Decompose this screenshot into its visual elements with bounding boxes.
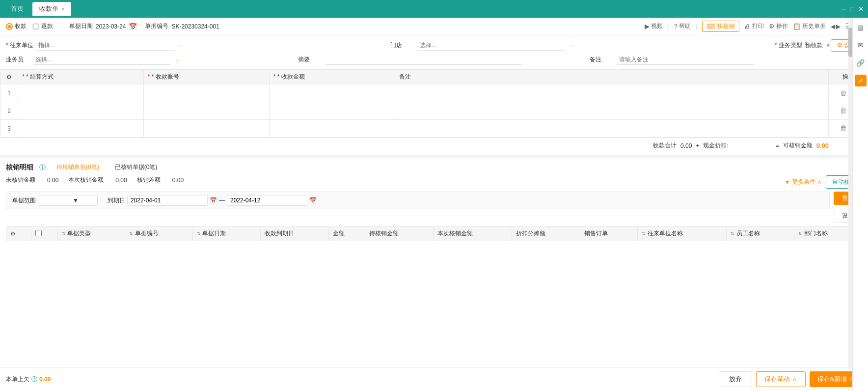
minimize-button[interactable]: ─ bbox=[841, 5, 846, 13]
calc-plus: + bbox=[696, 142, 699, 149]
calc-discount-label: 现金折扣: bbox=[703, 141, 728, 150]
history-action[interactable]: 📋 历史单据 bbox=[793, 22, 826, 30]
save-draft-button[interactable]: 保存草稿 ∧ bbox=[756, 371, 806, 387]
table-row: 1 🗑 ⧉ bbox=[0, 84, 868, 102]
discard-button[interactable]: 放弃 bbox=[719, 371, 752, 387]
tab-bar: 首页 收款单 × ─ □ ✕ bbox=[0, 0, 868, 18]
maximize-button[interactable]: □ bbox=[850, 5, 854, 13]
store-input[interactable] bbox=[418, 40, 565, 51]
bottom-total: 本单上欠 ⓘ 0.00 bbox=[6, 375, 51, 384]
biz-type-dropdown[interactable]: ▼ bbox=[826, 43, 831, 48]
table-gear-col[interactable]: ⚙ bbox=[0, 70, 18, 84]
salesperson-input[interactable] bbox=[33, 55, 171, 65]
help-label: 帮助 bbox=[679, 22, 691, 30]
main-content: 收款 退款 单据日期 2023-03-24 📅 单据编号 SK-20230324… bbox=[0, 18, 868, 391]
due-date-start[interactable] bbox=[127, 195, 208, 206]
remark-2[interactable] bbox=[395, 102, 829, 120]
sidebar-link-icon[interactable]: 🔗 bbox=[855, 57, 867, 69]
calc-total-label: 收款合计 bbox=[653, 141, 677, 150]
sidebar-expand-icon[interactable]: ⤢ bbox=[855, 75, 867, 86]
operation-action[interactable]: ⚙ 操作 bbox=[769, 22, 788, 30]
account-3[interactable] bbox=[143, 120, 269, 138]
verify-title: 核销明细 bbox=[6, 163, 33, 172]
due-date-end[interactable] bbox=[227, 195, 307, 206]
settlement-2[interactable] bbox=[18, 102, 144, 120]
col-discount: 折扣分摊额 bbox=[512, 226, 580, 241]
account-2[interactable] bbox=[143, 102, 269, 120]
abstract-input[interactable] bbox=[326, 55, 522, 65]
col-counterpart: ⇅ 往来单位名称 bbox=[638, 226, 727, 241]
range-select[interactable]: ▼ bbox=[39, 195, 98, 206]
remark-3[interactable] bbox=[395, 120, 829, 138]
settlement-3[interactable] bbox=[18, 120, 144, 138]
verify-tab-pending-label: 待核销单据(0笔) bbox=[56, 163, 99, 171]
print-icon: 🖨 bbox=[744, 23, 751, 30]
settlement-1[interactable] bbox=[18, 84, 144, 102]
next-arrow[interactable]: ▶ bbox=[836, 23, 841, 30]
tab-receipt[interactable]: 收款单 × bbox=[32, 2, 71, 16]
calc-discount-input[interactable] bbox=[732, 141, 772, 150]
bottom-table: ⚙ ⇅ 单据类型 ⇅ 单据编号 ⇅ 单据日期 收款到期日 金额 待核销金额 本次… bbox=[6, 226, 862, 363]
amount-2[interactable] bbox=[269, 102, 395, 120]
tab-home-label: 首页 bbox=[11, 4, 24, 13]
verify-info-icon[interactable]: ⓘ bbox=[39, 163, 46, 172]
sidebar-table-icon[interactable]: ▤ bbox=[855, 22, 867, 33]
shortcut-action[interactable]: ⌨ 快捷键 bbox=[702, 21, 739, 32]
operation-icon: ⚙ bbox=[769, 23, 775, 30]
biz-type-group: 业务类型 预收款 ▼ bbox=[775, 41, 831, 50]
print-action[interactable]: 🖨 打印 bbox=[744, 22, 764, 30]
delete-row-1[interactable]: 🗑 bbox=[840, 89, 847, 97]
verify-header: 核销明细 ⓘ 待核销单据(0笔) 已核销单据(0笔) bbox=[6, 162, 862, 172]
col-gear[interactable]: ⚙ bbox=[6, 226, 31, 241]
video-action[interactable]: ▶ 视频 bbox=[645, 22, 663, 30]
table-settlement-col: * * 结算方式 bbox=[18, 70, 144, 84]
abstract-group: 摘要 bbox=[298, 55, 570, 65]
col-checkbox[interactable] bbox=[31, 226, 57, 241]
col-sales-order: 销售订单 bbox=[580, 226, 638, 241]
tab-close-icon[interactable]: × bbox=[61, 6, 64, 12]
remark-input[interactable] bbox=[617, 55, 755, 65]
verify-tab-done[interactable]: 已核销单据(0笔) bbox=[110, 162, 163, 172]
filter-icon: ▼ bbox=[785, 179, 790, 186]
calendar-icon[interactable]: 📅 bbox=[129, 23, 137, 30]
calendar-end-icon[interactable]: 📅 bbox=[309, 197, 317, 204]
calc-verifiable-label: 可核销金额 bbox=[783, 141, 813, 150]
col-pending-amount: 待核销金额 bbox=[365, 226, 433, 241]
biz-type-text: 预收款 bbox=[805, 41, 823, 50]
verify-tab-pending[interactable]: 待核销单据(0笔) bbox=[52, 162, 104, 172]
video-label: 视频 bbox=[651, 22, 663, 30]
counterpart-more[interactable]: ··· bbox=[177, 42, 186, 49]
prev-arrow[interactable]: ◀ bbox=[831, 23, 835, 30]
radio-refund[interactable]: 退款 bbox=[32, 22, 53, 30]
radio-receipt[interactable]: 收款 bbox=[6, 22, 27, 30]
delete-row-2[interactable]: 🗑 bbox=[840, 107, 847, 114]
window-close-button[interactable]: ✕ bbox=[858, 5, 864, 13]
verify-section: 核销明细 ⓘ 待核销单据(0笔) 已核销单据(0笔) 未核销金额 0.00 本次… bbox=[0, 155, 868, 367]
delete-row-3[interactable]: 🗑 bbox=[840, 124, 847, 132]
sidebar-email-icon[interactable]: ✉ bbox=[855, 39, 867, 51]
help-action[interactable]: ? 帮助 bbox=[674, 22, 691, 30]
select-all-checkbox[interactable] bbox=[35, 230, 42, 236]
shortcut-icon: ⌨ bbox=[706, 23, 716, 30]
scrollbar[interactable] bbox=[848, 18, 852, 369]
receipt-type-group: 收款 退款 bbox=[6, 22, 53, 30]
history-icon: 📋 bbox=[793, 23, 801, 30]
counterpart-input[interactable] bbox=[36, 40, 174, 51]
row-num-1: 1 bbox=[0, 84, 18, 102]
bottom-bar: 本单上欠 ⓘ 0.00 放弃 保存草稿 ∧ 保存&新增 ∧ bbox=[0, 367, 868, 391]
amount-1[interactable] bbox=[269, 84, 395, 102]
more-conditions-label: 更多条件 ∧ bbox=[792, 178, 822, 186]
amount-3[interactable] bbox=[269, 120, 395, 138]
store-group: 门店 ··· bbox=[390, 40, 755, 51]
current-value: 0.00 bbox=[115, 177, 127, 184]
salesperson-more[interactable]: ··· bbox=[174, 56, 183, 63]
account-1[interactable] bbox=[143, 84, 269, 102]
tab-home[interactable]: 首页 bbox=[4, 2, 30, 16]
unverified-label: 未核销金额 bbox=[6, 176, 35, 184]
more-conditions-button[interactable]: ▼ 更多条件 ∧ bbox=[785, 178, 822, 186]
store-more[interactable]: ··· bbox=[568, 42, 577, 49]
range-filter: 单据范围 ▼ bbox=[12, 195, 98, 206]
remark-1[interactable] bbox=[395, 84, 829, 102]
form-row-2: 业务员 ··· 摘要 备注 bbox=[6, 55, 862, 65]
calendar-start-icon[interactable]: 📅 bbox=[210, 197, 217, 204]
